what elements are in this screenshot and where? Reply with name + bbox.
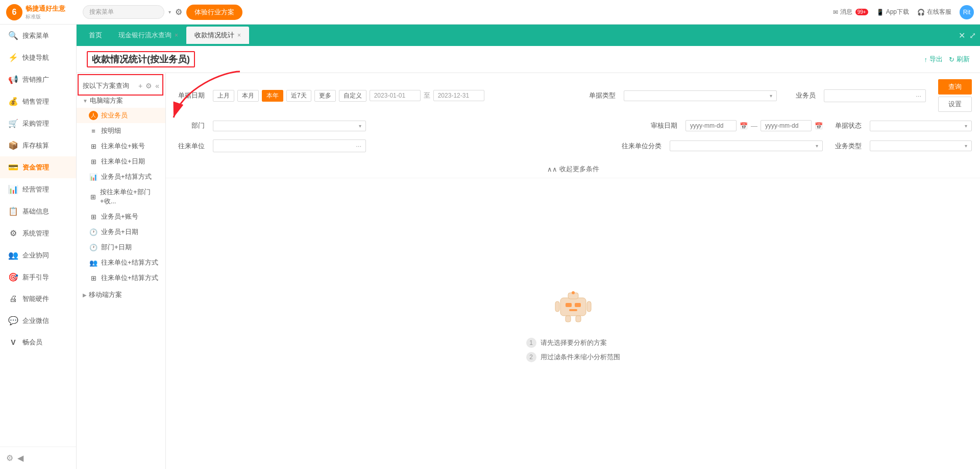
scheme-item-partner-settle2[interactable]: ⊞ 往来单位+结算方式 bbox=[77, 270, 165, 286]
partner-more[interactable]: ··· bbox=[356, 142, 361, 150]
date-btn-7days[interactable]: 近7天 bbox=[286, 90, 311, 102]
message-label: 消息 bbox=[840, 8, 852, 16]
tab-home[interactable]: 首页 bbox=[81, 27, 110, 44]
scheme-item-salesman-account[interactable]: ⊞ 业务员+账号 bbox=[77, 209, 165, 224]
mobile-group-arrow: ▶ bbox=[83, 292, 87, 298]
scheme-item-dept-date[interactable]: 🕐 部门+日期 bbox=[77, 240, 165, 255]
sidebar-item-search[interactable]: 🔍 搜索菜单 bbox=[0, 25, 76, 46]
header-search-display: 搜索菜单 bbox=[83, 5, 164, 19]
empty-state: 1 请先选择要分析的方案 2 用过滤条件来缩小分析范围 bbox=[166, 178, 980, 469]
scheme-item-salesman-date[interactable]: 🕐 业务员+日期 bbox=[77, 224, 165, 240]
scheme-item-detail[interactable]: ≡ 按明细 bbox=[77, 123, 165, 138]
review-date-row: 📅 — 📅 bbox=[685, 120, 823, 131]
sidebar-item-label-wechat: 企业微信 bbox=[22, 316, 49, 325]
scheme-item-salesman-settle[interactable]: 📊 业务员+结算方式 bbox=[77, 169, 165, 184]
scheme-item-partner-date[interactable]: ⊞ 往来单位+日期 bbox=[77, 154, 165, 169]
date-btn-this-year[interactable]: 本年 bbox=[262, 90, 283, 102]
date-btn-custom[interactable]: 自定义 bbox=[339, 90, 366, 102]
scheme-desktop-title[interactable]: ▼ 电脑端方案 bbox=[77, 93, 165, 108]
dept-select[interactable]: ▾ bbox=[213, 121, 366, 131]
sidebar-item-guide[interactable]: 🎯 新手引导 bbox=[0, 266, 76, 288]
refresh-btn[interactable]: ↻ 刷新 bbox=[949, 55, 970, 64]
sidebar-item-sales[interactable]: 💰 销售管理 bbox=[0, 90, 76, 112]
partner-category-select[interactable]: ▾ bbox=[670, 140, 823, 151]
scheme-item-partner-dept[interactable]: ⊞ 按往来单位+部门+收... bbox=[77, 184, 165, 209]
bill-type-select[interactable]: ▾ bbox=[624, 90, 777, 101]
window-close-btn[interactable]: ✕ bbox=[959, 31, 965, 40]
sidebar-collapse-btn[interactable]: ◀ bbox=[17, 453, 23, 463]
review-date-label: 审核日期 bbox=[647, 121, 677, 130]
sidebar-item-operation[interactable]: 📊 经营管理 bbox=[0, 178, 76, 200]
sidebar-item-purchase[interactable]: 🛒 采购管理 bbox=[0, 112, 76, 134]
tab-bank-flow-close[interactable]: × bbox=[175, 32, 178, 39]
sidebar-item-label-sales: 销售管理 bbox=[22, 97, 49, 106]
sidebar-item-collab[interactable]: 👥 企业协同 bbox=[0, 244, 76, 266]
salesman-select[interactable]: ··· bbox=[824, 89, 926, 102]
scheme-salesman-settle-icon: 📊 bbox=[89, 173, 98, 181]
sidebar-item-member[interactable]: V 畅会员 bbox=[0, 332, 76, 353]
bill-status-select[interactable]: ▾ bbox=[870, 121, 972, 131]
sidebar-settings-btn[interactable]: ⚙ bbox=[6, 453, 13, 463]
sidebar-item-wechat[interactable]: 💬 企业微信 bbox=[0, 310, 76, 332]
logo-icon: 6 bbox=[6, 4, 22, 20]
scheme-item-salesman[interactable]: 人 按业务员 bbox=[77, 108, 165, 123]
app-download-btn[interactable]: 📱 App下载 bbox=[876, 8, 909, 16]
scheme-settings-btn[interactable]: ⚙ bbox=[145, 82, 152, 90]
tab-receipt-stats-close[interactable]: × bbox=[237, 32, 241, 39]
review-date-separator: — bbox=[751, 122, 757, 130]
nav-dropdown-arrow[interactable]: ▾ bbox=[168, 9, 171, 15]
collapse-icon: ∧∧ bbox=[547, 166, 557, 173]
date-separator: 至 bbox=[424, 91, 430, 100]
date-to-input[interactable] bbox=[433, 90, 484, 101]
export-btn[interactable]: ↑ 导出 bbox=[924, 55, 943, 64]
sidebar-item-marketing[interactable]: 📢 营销推广 bbox=[0, 68, 76, 90]
partner-select[interactable]: ··· bbox=[213, 139, 366, 152]
bill-type-chevron: ▾ bbox=[770, 93, 772, 99]
sidebar-item-inventory[interactable]: 📦 库存核算 bbox=[0, 134, 76, 156]
online-service-btn[interactable]: 🎧 在线客服 bbox=[917, 8, 951, 16]
date-from-input[interactable] bbox=[370, 90, 421, 101]
scheme-salesman-label: 按业务员 bbox=[101, 111, 128, 120]
scheme-item-partner-account[interactable]: ⊞ 往来单位+账号 bbox=[77, 138, 165, 154]
biz-type-select[interactable]: ▾ bbox=[870, 140, 972, 151]
service-icon: 🎧 bbox=[917, 9, 925, 16]
user-text: Rit bbox=[963, 9, 971, 16]
message-btn[interactable]: ✉ 消息 99+ bbox=[833, 8, 868, 16]
date-btn-this-month[interactable]: 本月 bbox=[237, 90, 259, 102]
sidebar-item-label-finance: 资金管理 bbox=[22, 163, 49, 172]
tab-receipt-stats[interactable]: 收款情况统计 × bbox=[186, 27, 249, 44]
review-date-to[interactable] bbox=[761, 120, 812, 131]
trial-btn[interactable]: 体验行业方案 bbox=[186, 5, 242, 20]
review-date-cal1[interactable]: 📅 bbox=[740, 122, 748, 130]
query-btn[interactable]: 查询 bbox=[938, 79, 972, 95]
user-avatar[interactable]: Rit bbox=[960, 5, 974, 19]
window-maximize-btn[interactable]: ⤢ bbox=[969, 31, 976, 40]
date-btn-more[interactable]: 更多 bbox=[314, 90, 336, 102]
scheme-group-desktop: ▼ 电脑端方案 人 按业务员 ≡ 按明细 ⊞ 往来单位+账号 bbox=[77, 93, 165, 286]
sidebar-item-quicknav[interactable]: ⚡ 快捷导航 bbox=[0, 46, 76, 68]
sidebar-item-system[interactable]: ⚙ 系统管理 bbox=[0, 222, 76, 244]
mobile-group-label: 移动端方案 bbox=[89, 290, 122, 299]
sidebar-item-label-collab: 企业协同 bbox=[22, 251, 49, 260]
salesman-more-icon[interactable]: ··· bbox=[916, 92, 921, 100]
scheme-item-partner-settle1[interactable]: 👥 往来单位+结算方式 bbox=[77, 255, 165, 270]
date-btn-last-month[interactable]: 上月 bbox=[213, 90, 234, 102]
scheme-salesman-settle-label: 业务员+结算方式 bbox=[101, 172, 152, 181]
scheme-salesman-account-label: 业务员+账号 bbox=[101, 212, 138, 221]
review-date-cal2[interactable]: 📅 bbox=[815, 122, 823, 130]
set-btn[interactable]: 设置 bbox=[938, 97, 972, 112]
scheme-mobile-title[interactable]: ▶ 移动端方案 bbox=[77, 288, 165, 302]
app-icon: 📱 bbox=[876, 9, 884, 16]
tab-bank-flow[interactable]: 现金银行流水查询 × bbox=[110, 27, 186, 44]
refresh-label: 刷新 bbox=[957, 55, 970, 64]
scheme-collapse-btn[interactable]: « bbox=[155, 82, 159, 90]
collapse-btn[interactable]: ∧∧ 收起更多条件 bbox=[166, 160, 980, 178]
scheme-add-btn[interactable]: + bbox=[138, 82, 142, 90]
header-settings-icon[interactable]: ⚙ bbox=[175, 7, 182, 17]
sidebar-item-basic[interactable]: 📋 基础信息 bbox=[0, 200, 76, 222]
sidebar-item-finance[interactable]: 💳 资金管理 bbox=[0, 156, 76, 178]
sidebar-item-label-operation: 经营管理 bbox=[22, 185, 49, 194]
inventory-icon: 📦 bbox=[8, 140, 18, 150]
sidebar-item-hardware[interactable]: 🖨 智能硬件 bbox=[0, 288, 76, 310]
review-date-from[interactable] bbox=[685, 120, 737, 131]
